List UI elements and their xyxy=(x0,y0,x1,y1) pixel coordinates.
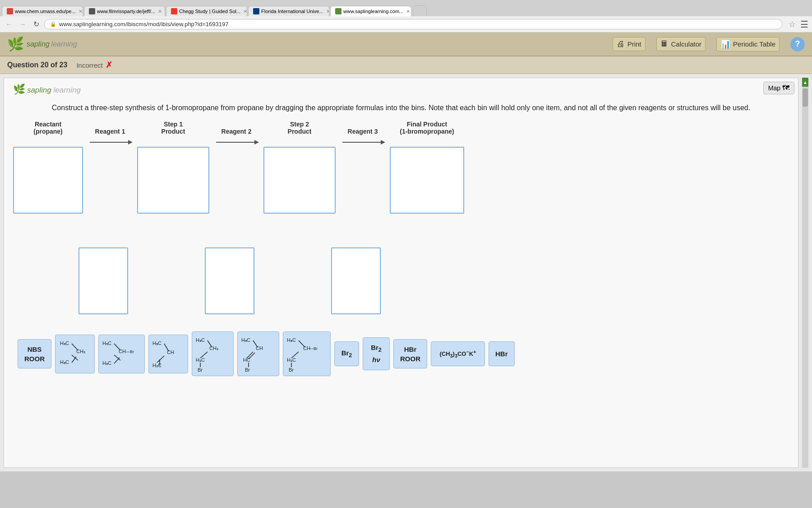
svg-marker-1 xyxy=(128,140,133,144)
arrow-2-container xyxy=(209,138,263,147)
back-button[interactable]: ← xyxy=(4,19,14,30)
propene2-svg: H₃C CH HC Br xyxy=(241,335,275,373)
sapling-content-wordmark: sapling learning xyxy=(27,86,81,94)
question-header: Question 20 of 23 Incorrect ✗ xyxy=(0,56,812,74)
synthesis-arrows-row xyxy=(13,138,789,147)
drop-bin-reactant[interactable] xyxy=(13,147,83,214)
drag-tbutoxide[interactable]: (CH3)3CO−K+ xyxy=(431,341,485,366)
scrollbar-thumb[interactable] xyxy=(803,89,808,107)
tab-4[interactable]: Florida International Unive... ✕ xyxy=(248,6,329,16)
drag-br2-hv[interactable]: Br2hν xyxy=(363,337,390,370)
help-icon: ? xyxy=(795,39,800,49)
tab-3[interactable]: Chegg Study | Guided Sol... ✕ xyxy=(166,6,247,16)
up-arrow-icon: ▲ xyxy=(803,80,807,85)
drop-bin-reagent2[interactable] xyxy=(205,247,254,314)
map-icon: 🗺 xyxy=(782,84,789,92)
tab-4-close[interactable]: ✕ xyxy=(326,9,329,14)
drag-br2[interactable]: Br2 xyxy=(334,341,359,366)
print-button[interactable]: 🖨 Print xyxy=(613,37,646,51)
drag-propane[interactable]: H₃C CH₂ H₃C xyxy=(55,335,95,373)
header-step1: Step 1Product xyxy=(137,121,209,135)
propane-svg: H₃C CH₂ H₃C xyxy=(59,338,91,370)
scrollbar-up-arrow[interactable]: ▲ xyxy=(802,78,808,87)
tab-1-close[interactable]: ✕ xyxy=(78,9,83,14)
header-arrow3-spacer: Reagent 3 xyxy=(336,128,390,135)
print-label: Print xyxy=(627,40,641,48)
new-tab-button[interactable] xyxy=(413,5,427,16)
sapling-leaf-icon: 🌿 xyxy=(7,36,24,52)
drop-bins-row xyxy=(13,147,789,214)
refresh-button[interactable]: ↻ xyxy=(31,19,42,30)
svg-text:HC: HC xyxy=(243,357,250,363)
content-panel: Map 🗺 🌿 sapling learning Construct a thr… xyxy=(4,78,798,468)
tab-2-favicon xyxy=(89,8,95,14)
hbr-roor-label: HBrROOR xyxy=(400,345,420,364)
svg-line-11 xyxy=(72,357,76,363)
arrow-1-container xyxy=(83,138,137,147)
drop-bin-reagent1[interactable] xyxy=(78,247,128,314)
tab-3-close[interactable]: ✕ xyxy=(243,9,247,14)
tab-5-close[interactable]: ✕ xyxy=(406,9,410,14)
tab-5-label: www.saplinglearning.com... xyxy=(343,9,403,14)
drop-bin-step1[interactable] xyxy=(137,147,209,214)
drag-items-area: NBSROOR H₃C CH₂ H₃C H₃C CH xyxy=(9,324,524,383)
svg-text:H₂C: H₂C xyxy=(196,357,205,363)
hbr-label: HBr xyxy=(495,350,508,358)
tab-1-label: www.chem.umass.edu/pe... xyxy=(15,9,76,14)
periodic-table-button[interactable]: 📊 Periodic Table xyxy=(716,37,780,51)
drag-propene[interactable]: H₃C CH H₂C xyxy=(148,335,188,373)
svg-text:H₂C: H₂C xyxy=(287,357,296,363)
svg-text:H₃C: H₃C xyxy=(60,340,69,346)
map-button[interactable]: Map 🗺 xyxy=(763,82,794,94)
header-arrow2-spacer: Reagent 2 xyxy=(209,128,263,135)
br2-hv-label: Br2hν xyxy=(371,342,382,365)
svg-text:—Br: —Br xyxy=(309,346,318,351)
tab-2-label: www.filmrissparty.de/jeff/... xyxy=(97,9,155,14)
drag-hbr-roor[interactable]: HBrROOR xyxy=(393,339,427,368)
header-final: Final Product(1-bromopropane) xyxy=(390,121,464,135)
drag-hbr[interactable]: HBr xyxy=(489,341,515,366)
tab-1[interactable]: www.chem.umass.edu/pe... ✕ xyxy=(2,6,83,16)
tab-2-close[interactable]: ✕ xyxy=(158,9,162,14)
drop-bin-step2[interactable] xyxy=(263,147,336,214)
forward-button[interactable]: → xyxy=(17,19,28,30)
drag-propene2[interactable]: H₃C CH HC Br xyxy=(237,331,279,376)
drag-nbs-roor[interactable]: NBSROOR xyxy=(18,339,51,368)
help-button[interactable]: ? xyxy=(790,37,805,51)
url-bar[interactable]: 🔒 www.saplinglearning.com/ibiscms/mod/ib… xyxy=(44,19,782,29)
toolbar: 🌿 sapling learning 🖨 Print 🖩 Calculator … xyxy=(0,33,812,56)
tbutoxide-label: (CH3)3CO−K+ xyxy=(439,349,476,359)
header-reagent3: Reagent 3 xyxy=(348,128,378,135)
reagent-spacer-2 xyxy=(254,247,331,314)
svg-text:H₃C: H₃C xyxy=(287,337,296,343)
scrollbar[interactable]: ▲ xyxy=(802,78,808,468)
br2-label: Br2 xyxy=(341,349,352,359)
tab-bar: www.chem.umass.edu/pe... ✕ www.filmrissp… xyxy=(0,0,812,16)
svg-text:—Br: —Br xyxy=(126,350,134,354)
tab-2[interactable]: www.filmrissparty.de/jeff/... ✕ xyxy=(84,6,165,16)
drag-1brpropane-b[interactable]: H₃C CH —Br H₂C Br xyxy=(283,331,331,376)
drag-2brpropane[interactable]: H₃C CH —Br H₃C xyxy=(98,335,145,373)
synthesis-diagram: Reactant(propane) Reagent 1 Step 1Produc… xyxy=(4,121,798,214)
tab-1-favicon xyxy=(7,8,13,14)
calculator-button[interactable]: 🖩 Calculator xyxy=(656,37,706,51)
menu-icon[interactable]: ☰ xyxy=(800,19,808,30)
svg-text:H₃C: H₃C xyxy=(102,340,111,346)
tab-5[interactable]: www.saplinglearning.com... ✕ xyxy=(330,6,411,16)
svg-line-9 xyxy=(72,355,78,360)
bookmark-icon[interactable]: ☆ xyxy=(789,19,796,29)
sapling-content-leaf-icon: 🌿 xyxy=(13,84,25,95)
svg-text:H₃C: H₃C xyxy=(241,337,250,343)
1brpropane-b-svg: H₃C CH —Br H₂C Br xyxy=(287,335,327,373)
question-text-content: Construct a three-step synthesis of 1-br… xyxy=(52,104,750,112)
drop-bin-reagent3[interactable] xyxy=(331,247,381,314)
periodic-table-label: Periodic Table xyxy=(733,40,775,48)
url-text: www.saplinglearning.com/ibiscms/mod/ibis… xyxy=(59,21,228,28)
svg-text:H₃C: H₃C xyxy=(102,360,111,366)
drag-1brpropane-a[interactable]: H₃C CH₂ H₂C Br xyxy=(192,331,234,376)
header-step2: Step 2Product xyxy=(263,121,336,135)
drop-bin-final[interactable] xyxy=(390,147,464,214)
svg-text:H₃C: H₃C xyxy=(152,340,161,346)
browser-chrome: www.chem.umass.edu/pe... ✕ www.filmrissp… xyxy=(0,0,812,33)
tab-5-favicon xyxy=(335,8,341,14)
